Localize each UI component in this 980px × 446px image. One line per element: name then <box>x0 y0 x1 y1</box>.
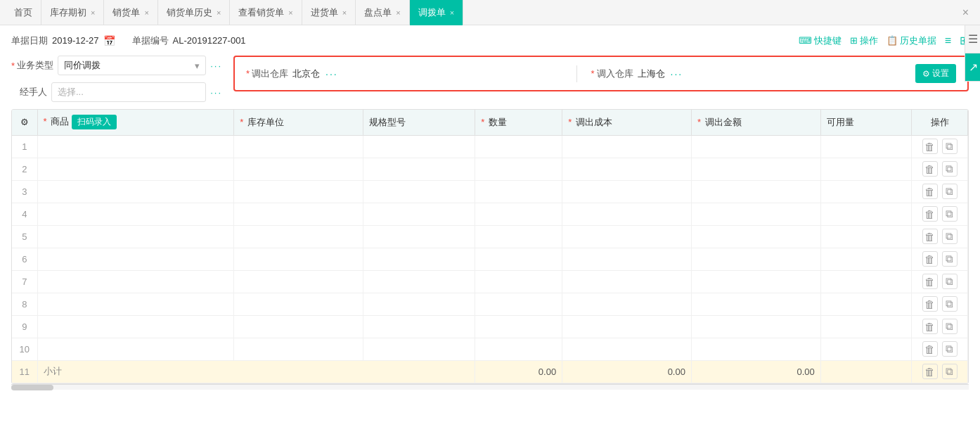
tab-transfer-order[interactable]: 调拨单 × <box>410 0 463 25</box>
delete-row-button[interactable]: 🗑 <box>922 184 938 199</box>
scan-button[interactable]: 扫码录入 <box>72 115 117 129</box>
cell-unit[interactable] <box>234 293 363 315</box>
cell-quantity[interactable] <box>475 315 562 338</box>
cell-unit[interactable] <box>234 158 363 180</box>
copy-row-button[interactable]: ⧉ <box>942 184 958 199</box>
tab-sales-order[interactable]: 销货单 × <box>104 0 157 25</box>
cell-unit[interactable] <box>234 315 363 338</box>
cell-amount[interactable] <box>691 180 820 203</box>
cell-cost[interactable] <box>562 225 692 248</box>
cell-available[interactable] <box>820 180 911 203</box>
cell-quantity[interactable] <box>475 180 562 203</box>
cell-amount[interactable] <box>691 293 820 315</box>
cell-quantity[interactable] <box>475 135 562 158</box>
tab-purchase-order[interactable]: 进货单 × <box>302 0 356 25</box>
cell-available[interactable] <box>820 293 911 315</box>
cell-product[interactable] <box>37 338 234 360</box>
cell-cost[interactable] <box>562 270 692 293</box>
delete-row-button[interactable]: 🗑 <box>922 341 938 357</box>
cell-available[interactable] <box>820 135 911 158</box>
cell-spec[interactable] <box>363 158 475 180</box>
cell-amount[interactable] <box>691 158 820 180</box>
cell-amount[interactable] <box>691 270 820 293</box>
cell-amount[interactable] <box>691 248 820 270</box>
settings-button[interactable]: ⚙ 设置 <box>915 64 956 83</box>
cell-spec[interactable] <box>363 293 475 315</box>
tab-view-sales[interactable]: 查看销货单 × <box>230 0 302 25</box>
cell-spec[interactable] <box>363 180 475 203</box>
cell-product[interactable] <box>37 158 234 180</box>
cell-amount[interactable] <box>691 338 820 360</box>
copy-row-button[interactable]: ⧉ <box>942 274 958 289</box>
shortcut-action[interactable]: ⌨ 快捷键 <box>799 34 842 47</box>
cell-cost[interactable] <box>562 293 692 315</box>
delete-row-button[interactable]: 🗑 <box>922 161 938 177</box>
cell-spec[interactable] <box>363 203 475 225</box>
tab-close-transfer-order[interactable]: × <box>450 8 454 17</box>
cell-product[interactable] <box>37 203 234 225</box>
tab-close-purchase-order[interactable]: × <box>342 8 347 17</box>
copy-row-button[interactable]: ⧉ <box>942 296 958 312</box>
cell-cost[interactable] <box>562 158 692 180</box>
tab-close-inventory-init[interactable]: × <box>91 8 95 17</box>
cell-quantity[interactable] <box>475 225 562 248</box>
cell-unit[interactable] <box>234 270 363 293</box>
transfer-in-more[interactable]: ··· <box>671 68 683 79</box>
cell-cost[interactable] <box>562 248 692 270</box>
delete-row-button[interactable]: 🗑 <box>922 229 938 244</box>
history-action[interactable]: 📋 历史单据 <box>886 34 936 47</box>
tab-home[interactable]: 首页 <box>6 0 41 25</box>
cell-spec[interactable] <box>363 338 475 360</box>
tab-close-sales-order[interactable]: × <box>144 8 148 17</box>
delete-row-button[interactable]: 🗑 <box>922 296 938 312</box>
cell-product[interactable] <box>37 180 234 203</box>
scroll-area[interactable] <box>11 384 969 390</box>
cell-unit[interactable] <box>234 180 363 203</box>
cell-cost[interactable] <box>562 203 692 225</box>
copy-row-button[interactable]: ⧉ <box>942 319 958 334</box>
window-close-button[interactable]: × <box>957 6 974 19</box>
delete-row-button[interactable]: 🗑 <box>922 251 938 267</box>
scroll-thumb[interactable] <box>11 385 53 390</box>
delete-row-button[interactable]: 🗑 <box>922 274 938 289</box>
tab-close-view-sales[interactable]: × <box>288 8 292 17</box>
cell-available[interactable] <box>820 315 911 338</box>
cell-product[interactable] <box>37 248 234 270</box>
delete-row-button[interactable]: 🗑 <box>922 319 938 334</box>
layout-toggle-list[interactable]: ≡ <box>945 34 951 47</box>
cell-spec[interactable] <box>363 135 475 158</box>
calendar-icon[interactable]: 📅 <box>103 35 115 46</box>
cell-spec[interactable] <box>363 270 475 293</box>
cell-product[interactable] <box>37 315 234 338</box>
copy-row-button[interactable]: ⧉ <box>942 229 958 244</box>
th-settings[interactable]: ⚙ <box>12 110 37 135</box>
cell-spec[interactable] <box>363 225 475 248</box>
cell-product[interactable] <box>37 135 234 158</box>
cell-product[interactable] <box>37 225 234 248</box>
cell-amount[interactable] <box>691 225 820 248</box>
tab-close-inventory-check[interactable]: × <box>396 8 400 17</box>
cell-cost[interactable] <box>562 135 692 158</box>
business-type-more[interactable]: ··· <box>210 60 222 71</box>
transfer-out-more[interactable]: ··· <box>325 68 338 79</box>
handler-select[interactable]: 选择... <box>51 82 206 102</box>
handler-more[interactable]: ··· <box>210 87 222 98</box>
copy-row-button[interactable]: ⧉ <box>942 251 958 267</box>
cell-available[interactable] <box>820 225 911 248</box>
cell-product[interactable] <box>37 270 234 293</box>
cell-quantity[interactable] <box>475 203 562 225</box>
cell-cost[interactable] <box>562 315 692 338</box>
tab-inventory-check[interactable]: 盘点单 × <box>356 0 409 25</box>
operation-action[interactable]: ⊞ 操作 <box>850 34 878 47</box>
copy-row-button[interactable]: ⧉ <box>942 139 958 154</box>
cell-amount[interactable] <box>691 135 820 158</box>
cell-unit[interactable] <box>234 338 363 360</box>
sidebar-export-icon[interactable]: ↗ <box>965 53 980 82</box>
cell-quantity[interactable] <box>475 338 562 360</box>
cell-spec[interactable] <box>363 248 475 270</box>
cell-available[interactable] <box>820 203 911 225</box>
cell-unit[interactable] <box>234 135 363 158</box>
cell-amount[interactable] <box>691 315 820 338</box>
delete-row-button[interactable]: 🗑 <box>922 139 938 154</box>
cell-unit[interactable] <box>234 203 363 225</box>
